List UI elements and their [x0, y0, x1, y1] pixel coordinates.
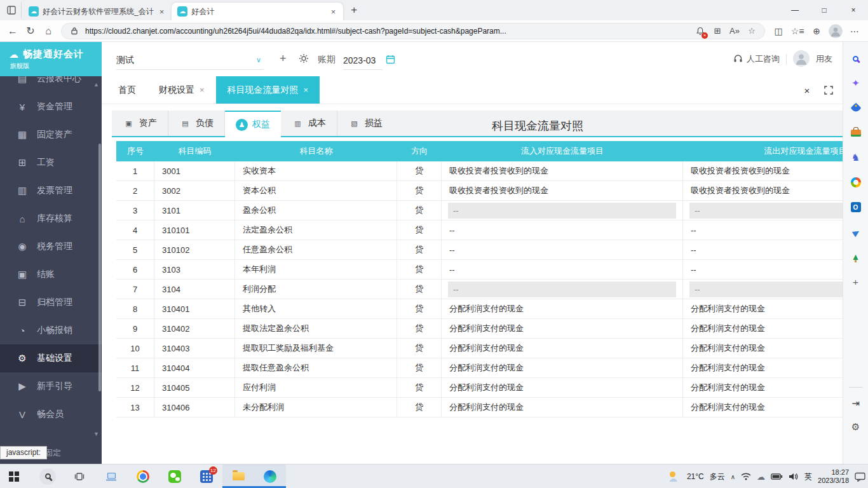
close-button[interactable]: ×: [839, 0, 868, 20]
collections-icon[interactable]: ⊕: [807, 22, 826, 40]
search-icon[interactable]: [848, 51, 864, 66]
support-button[interactable]: 人工咨询: [733, 53, 780, 65]
hidden-icons-chevron[interactable]: ∧: [731, 473, 735, 480]
copilot-icon[interactable]: ✦: [848, 76, 864, 91]
remote-desktop-icon[interactable]: [95, 464, 127, 488]
outlook-icon[interactable]: O: [848, 200, 864, 215]
settings-gear-icon[interactable]: [299, 53, 309, 67]
add-favorite-icon[interactable]: ☆: [745, 25, 758, 37]
add-icon[interactable]: +: [848, 274, 864, 289]
more-icon[interactable]: ⋯: [845, 22, 864, 40]
browser-tab[interactable]: ☁好会计×: [172, 3, 343, 20]
subtab-损益[interactable]: ▧损益: [337, 111, 393, 136]
sidebar-item-发票管理[interactable]: ▥发票管理: [0, 177, 102, 205]
tab-close-icon[interactable]: ×: [200, 85, 205, 95]
task-view-icon[interactable]: [64, 464, 95, 488]
home-icon[interactable]: ⌂: [39, 22, 57, 40]
cell-outflow[interactable]: --: [683, 201, 843, 220]
settings-icon[interactable]: ⚙: [848, 419, 864, 435]
chat-icon[interactable]: [855, 472, 865, 482]
cell-inflow[interactable]: 分配利润支付的现金: [442, 398, 683, 417]
scroll-up-icon[interactable]: ▲: [93, 81, 99, 88]
tools-icon[interactable]: [848, 125, 864, 140]
app-tab-科目现金流量对照[interactable]: 科目现金流量对照×: [216, 76, 320, 104]
microsoft-365-icon[interactable]: [848, 175, 864, 190]
cell-inflow[interactable]: 分配利润支付的现金: [442, 299, 683, 318]
maximize-button[interactable]: □: [810, 0, 839, 20]
scroll-down-icon[interactable]: ▼: [93, 431, 99, 437]
profile-avatar[interactable]: [826, 22, 845, 40]
clock[interactable]: 18:27 2023/3/18: [818, 468, 849, 485]
wechat-icon[interactable]: [159, 464, 191, 488]
sidebar-scrollbar[interactable]: [98, 144, 101, 391]
cell-inflow[interactable]: 吸收投资者投资收到的现金: [442, 181, 683, 200]
read-aloud-icon[interactable]: A»: [728, 25, 741, 37]
app-tab-财税设置[interactable]: 财税设置×: [147, 76, 216, 104]
cell-inflow[interactable]: 分配利润支付的现金: [442, 319, 683, 338]
sidebar-item-税务管理[interactable]: ◉税务管理: [0, 233, 102, 261]
drop-icon[interactable]: ▶: [848, 224, 864, 240]
battery-icon[interactable]: [771, 473, 783, 480]
cell-outflow[interactable]: 分配利润支付的现金: [683, 378, 843, 397]
minimize-button[interactable]: —: [780, 0, 810, 20]
refresh-icon[interactable]: ↻: [22, 22, 39, 40]
cell-inflow[interactable]: --: [442, 260, 683, 279]
cell-outflow[interactable]: 吸收投资者投资收到的现金: [683, 161, 843, 180]
tab-close-icon[interactable]: ×: [158, 7, 166, 17]
add-icon[interactable]: +: [280, 52, 287, 65]
cell-inflow[interactable]: 分配利润支付的现金: [442, 378, 683, 397]
sidebar-item-资金管理[interactable]: ¥资金管理: [0, 93, 102, 121]
sidebar-item-库存核算[interactable]: ⌂库存核算: [0, 205, 102, 233]
cell-outflow[interactable]: 分配利润支付的现金: [683, 319, 843, 338]
subtab-负债[interactable]: ▤负债: [168, 111, 225, 136]
weather-desc[interactable]: 多云: [710, 471, 725, 482]
subtab-权益[interactable]: ♟权益: [225, 111, 281, 137]
cell-inflow[interactable]: --: [442, 201, 683, 220]
url-text[interactable]: https://cloud2.chanjet.com/accounting/uh…: [85, 27, 689, 36]
cell-outflow[interactable]: 分配利润支付的现金: [683, 339, 843, 358]
tree-icon[interactable]: ▲: [848, 249, 864, 264]
browser-tab[interactable]: ☁好会计云财务软件管理系统_会计×: [23, 3, 172, 20]
new-tab-button[interactable]: +: [346, 2, 362, 18]
sidebar-item-结账[interactable]: ▣结账: [0, 261, 102, 288]
cell-inflow[interactable]: --: [442, 220, 683, 240]
sidebar-item-归档管理[interactable]: ⊟归档管理: [0, 288, 102, 316]
cell-outflow[interactable]: 吸收投资者投资收到的现金: [683, 181, 843, 200]
cell-inflow[interactable]: --: [442, 240, 683, 259]
cell-outflow[interactable]: --: [683, 240, 843, 259]
start-icon[interactable]: [0, 464, 32, 488]
close-all-icon[interactable]: ×: [797, 76, 817, 104]
volume-icon[interactable]: [789, 473, 799, 480]
edge-icon[interactable]: [254, 464, 286, 488]
calendar-icon[interactable]: [386, 55, 395, 66]
cell-outflow[interactable]: 分配利润支付的现金: [683, 358, 843, 377]
file-explorer-icon[interactable]: [222, 464, 254, 488]
notifications-blocked-icon[interactable]: ×: [694, 25, 707, 37]
split-screen-icon[interactable]: ◫: [769, 22, 788, 40]
cell-outflow[interactable]: 分配利润支付的现金: [683, 398, 843, 417]
subtab-资产[interactable]: ▣资产: [112, 111, 168, 136]
sidebar-item-小畅报销[interactable]: ◔小畅报销: [0, 316, 102, 344]
sidebar-item-畅会员[interactable]: V畅会员: [0, 400, 102, 428]
cell-outflow[interactable]: --: [683, 260, 843, 279]
language-indicator[interactable]: 英: [804, 471, 812, 482]
cell-inflow[interactable]: --: [442, 280, 683, 299]
app-tab-首页[interactable]: 首页: [107, 76, 147, 104]
sidebar-item-新手引导[interactable]: ▶新手引导: [0, 372, 102, 400]
user-name[interactable]: 用友: [816, 53, 832, 65]
wifi-icon[interactable]: [741, 473, 751, 480]
chrome-icon[interactable]: [127, 464, 159, 488]
app-grid-icon[interactable]: 12: [191, 464, 222, 488]
weather-temp[interactable]: 21°C: [687, 472, 704, 481]
cell-outflow[interactable]: --: [683, 280, 843, 299]
period-value[interactable]: 2023-03: [343, 51, 383, 70]
onedrive-icon[interactable]: ☁: [757, 472, 765, 482]
back-icon[interactable]: ←: [4, 22, 22, 40]
sidebar-toggle-icon[interactable]: ⇥: [848, 396, 864, 411]
cell-inflow[interactable]: 分配利润支付的现金: [442, 339, 683, 358]
search-icon[interactable]: [32, 464, 64, 488]
company-select[interactable]: 测试 ∨: [116, 51, 264, 70]
sidebar-item-固定资产[interactable]: ▦固定资产: [0, 121, 102, 149]
tab-close-icon[interactable]: ×: [304, 85, 309, 95]
avatar-icon[interactable]: [793, 50, 810, 69]
